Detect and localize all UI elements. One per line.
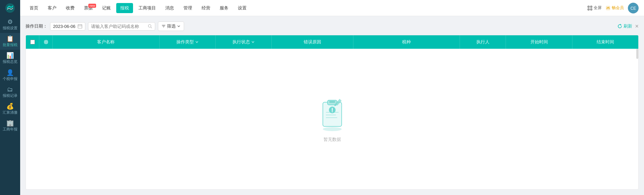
sidebar-item-huisuanqingjiao[interactable]: 💰 汇算清缴: [0, 101, 20, 117]
search-input[interactable]: [91, 24, 146, 29]
toolbar: 操作日期： 2023-06-06 筛选 刷新 ×: [26, 22, 639, 31]
data-table: 客户名称 操作类型 执行状态 错误原因 税种 执行人: [26, 35, 639, 190]
avatar[interactable]: CE: [628, 3, 639, 13]
sidebar-item-baoshuijilu[interactable]: 🗂 报税记录: [0, 84, 20, 101]
search-icon: [148, 24, 152, 29]
sidebar-item-label: 个税申报: [3, 77, 17, 81]
th-gear[interactable]: [39, 35, 53, 49]
refresh-icon: [617, 24, 622, 29]
sidebar-item-piliangshuishi[interactable]: 📋 批量报税: [0, 33, 20, 50]
th-error-reason: 错误原因: [272, 35, 353, 49]
svg-point-17: [45, 41, 47, 43]
th-customer-name: 客户名称: [53, 35, 160, 49]
nav-shouye[interactable]: 首页: [26, 3, 42, 13]
svg-rect-19: [323, 102, 342, 126]
th-check[interactable]: [26, 35, 39, 49]
search-box[interactable]: [88, 22, 155, 31]
th-exec-status[interactable]: 执行状态: [216, 35, 272, 49]
nav-piaoju[interactable]: 票据 new: [80, 3, 97, 13]
empty-text: 暂无数据: [324, 136, 341, 143]
nav-gongshang[interactable]: 工商项目: [134, 3, 160, 13]
svg-rect-21: [329, 101, 335, 103]
nav-xiaoxi[interactable]: 消息: [161, 3, 178, 13]
finance-icon: 💰: [6, 103, 14, 109]
table-body: 暂无数据: [26, 49, 638, 189]
record-icon: 🗂: [7, 86, 13, 92]
th-executor: 执行人: [460, 35, 506, 49]
fullscreen-button[interactable]: 全屏: [588, 5, 602, 11]
svg-text:CE: CE: [631, 6, 636, 11]
gear-icon: [43, 39, 49, 45]
filter-button[interactable]: 筛选: [158, 22, 184, 31]
svg-point-18: [323, 127, 342, 131]
logo[interactable]: [0, 0, 20, 16]
svg-rect-1: [588, 6, 589, 7]
content-area: 操作日期： 2023-06-06 筛选 刷新 ×: [20, 16, 644, 195]
table-header: 客户名称 操作类型 执行状态 错误原因 税种 执行人: [26, 35, 638, 49]
nav-shoufei[interactable]: 收费: [62, 3, 79, 13]
close-button[interactable]: ×: [635, 23, 639, 29]
top-navigation: 首页 客户 收费 票据 new 记账 报税 工商项目 消息: [20, 0, 644, 16]
svg-point-27: [332, 111, 333, 112]
th-end-time: 结束时间: [572, 35, 638, 49]
filter-status-icon: [251, 40, 255, 44]
settings-icon: ⚙: [7, 19, 13, 25]
sidebar-item-label: 汇算清缴: [3, 110, 17, 115]
main-area: 首页 客户 收费 票据 new 记账 报税 工商项目 消息: [20, 0, 644, 195]
vip-button[interactable]: 畅会员: [606, 5, 624, 11]
nav-items: 首页 客户 收费 票据 new 记账 报税 工商项目 消息: [26, 3, 588, 13]
overview-icon: 📊: [6, 52, 14, 58]
building-icon: 🏢: [6, 120, 14, 126]
empty-illustration: [315, 95, 349, 132]
nav-jizhang[interactable]: 记账: [98, 3, 115, 13]
date-value: 2023-06-06: [53, 24, 76, 29]
sidebar-item-label: 报税记录: [3, 93, 17, 98]
sidebar-item-label: 报税总览: [3, 60, 17, 64]
topnav-right: 全屏 畅会员 CE: [588, 3, 639, 13]
sidebar-item-gongshangnianbaoo[interactable]: 🏢 工商年报: [0, 117, 20, 134]
th-tax-type: 税种: [353, 35, 460, 49]
date-picker[interactable]: 2023-06-06: [50, 22, 85, 31]
svg-rect-2: [591, 6, 592, 7]
nav-fuwu[interactable]: 服务: [216, 3, 232, 13]
svg-rect-8: [78, 25, 82, 28]
date-label: 操作日期：: [26, 23, 47, 29]
select-all-checkbox[interactable]: [30, 40, 35, 44]
nav-kehu[interactable]: 客户: [44, 3, 60, 13]
sidebar-item-geshuishuibao[interactable]: 👤 个税申报: [0, 67, 20, 84]
refresh-label: 刷新: [624, 23, 632, 29]
svg-point-0: [5, 3, 15, 13]
scrollbar[interactable]: [636, 49, 638, 59]
sidebar: ⚙ 报税设置 📋 批量报税 📊 报税总览 👤 个税申报 🗂 报税记录 💰 汇算清…: [0, 0, 20, 195]
chevron-down-icon: [177, 25, 180, 28]
svg-line-13: [151, 27, 152, 28]
svg-rect-3: [588, 9, 589, 10]
sidebar-item-baoshuishezhi[interactable]: ⚙ 报税设置: [0, 16, 20, 33]
person-icon: 👤: [6, 70, 14, 76]
nav-baoshui[interactable]: 报税: [116, 3, 133, 13]
batch-icon: 📋: [6, 36, 14, 42]
th-operation-type[interactable]: 操作类型: [160, 35, 216, 49]
nav-jingying[interactable]: 经营: [198, 3, 214, 13]
nav-guanli[interactable]: 管理: [179, 3, 196, 13]
sidebar-item-label: 报税设置: [3, 26, 17, 30]
filter-label: 筛选: [167, 23, 176, 29]
new-badge: new: [88, 4, 96, 8]
vip-label: 畅会员: [612, 5, 624, 11]
sidebar-item-baoshuizonglan[interactable]: 📊 报税总览: [0, 50, 20, 67]
sidebar-item-label: 工商年报: [3, 127, 17, 131]
empty-state: 暂无数据: [309, 89, 356, 149]
nav-shezhi[interactable]: 设置: [234, 3, 251, 13]
th-start-time: 开始时间: [506, 35, 572, 49]
filter-icon: [162, 24, 166, 28]
sidebar-item-label: 批量报税: [3, 43, 17, 47]
refresh-button[interactable]: 刷新: [617, 23, 632, 29]
calendar-icon: [78, 24, 82, 29]
svg-rect-4: [591, 9, 592, 10]
filter-type-icon: [195, 40, 199, 44]
fullscreen-label: 全屏: [594, 5, 602, 11]
toolbar-right: 刷新 ×: [617, 23, 639, 29]
